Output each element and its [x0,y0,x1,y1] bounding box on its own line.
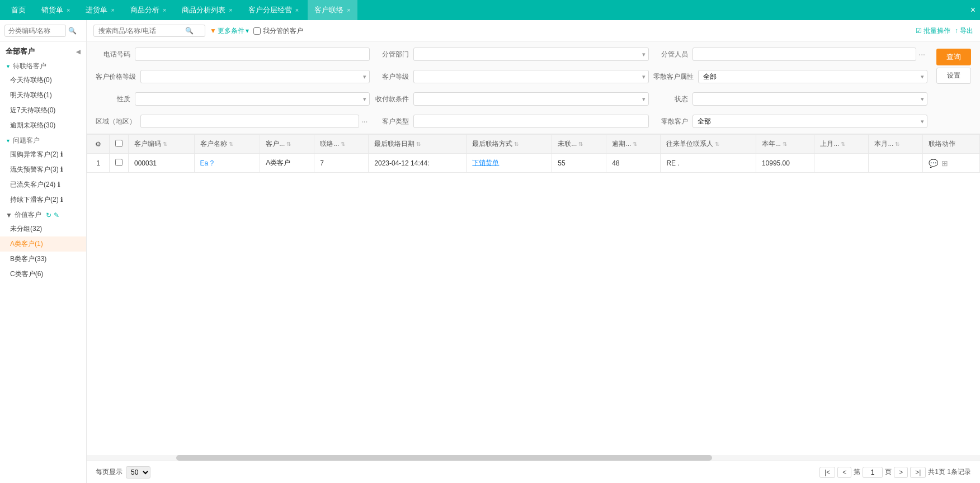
batch-op-btn[interactable]: ☑ 批量操作 [916,26,950,36]
next-page-btn[interactable]: > [894,467,908,478]
refresh-icon[interactable]: ↻ [46,211,51,219]
sidebar-all-customers-header[interactable]: 全部客户 ◀ [0,42,86,59]
dept-select[interactable] [413,48,648,61]
setting-btn[interactable]: 设置 [936,68,971,84]
qr-icon[interactable]: ⊞ [941,159,948,168]
sort-last-method[interactable]: ⇅ [514,141,519,147]
col-code[interactable]: 客户编码⇅ [129,135,195,154]
sidebar-item-overdue[interactable]: 逾期未联络(30) [0,118,86,133]
last-method-link[interactable]: 下销货单 [472,159,499,167]
sort-type[interactable]: ⇅ [286,141,291,147]
nav-purchase-close[interactable]: × [111,7,114,13]
col-this-year[interactable]: 本年...⇅ [756,135,814,154]
row-checkbox[interactable] [115,159,123,166]
sort-this-year[interactable]: ⇅ [783,141,787,147]
col-contact2[interactable]: 往来单位联系人⇅ [661,135,756,154]
last-page-btn[interactable]: >| [910,467,926,478]
nav-customer-tier-close[interactable]: × [295,7,299,13]
sort-last-month[interactable]: ⇅ [841,141,845,147]
page-input[interactable] [863,467,883,478]
col-last-method[interactable]: 最后联络方式⇅ [467,135,552,154]
col-setting[interactable]: ⚙ [87,135,110,154]
sidebar-item-unclassified[interactable]: 未分组(32) [0,221,86,236]
sidebar-collapse-icon[interactable]: ◀ [76,49,81,55]
sidebar-search-icon[interactable]: 🔍 [68,27,77,35]
col-name[interactable]: 客户名称⇅ [194,135,260,154]
sort-name[interactable]: ⇅ [229,141,233,147]
sidebar-item-7days[interactable]: 近7天待联络(0) [0,103,86,118]
customer-level-select[interactable] [413,70,648,83]
col-overdue[interactable]: 逾期...⇅ [606,135,661,154]
region-dots[interactable]: ··· [359,117,370,126]
retail-customer-select[interactable]: 全部 [692,115,927,128]
col-this-month[interactable]: 本月...⇅ [869,135,923,154]
edit-group-icon[interactable]: ✎ [54,211,59,219]
sort-code[interactable]: ⇅ [163,141,167,147]
retail-prop-wrap: 全部 [698,70,927,83]
manager-input[interactable] [692,48,917,61]
col-contact-num[interactable]: 联络...⇅ [314,135,369,154]
main-layout: 🔍 全部客户 ◀ ▼ 待联络客户 今天待联络(0) 明天待联络(1) 近7天待联… [0,20,980,483]
sidebar-item-b-class[interactable]: B类客户(33) [0,252,86,267]
price-level-select[interactable] [140,70,370,83]
sort-contact2[interactable]: ⇅ [715,141,719,147]
nav-home[interactable]: 首页 [4,0,32,20]
sidebar-item-today[interactable]: 今天待联络(0) [0,73,86,88]
col-last-month[interactable]: 上月...⇅ [814,135,869,154]
sidebar-group-problem[interactable]: ▼ 问题客户 [0,133,86,147]
my-customers-checkbox[interactable] [253,27,261,35]
nav-product-analysis-close[interactable]: × [163,7,166,13]
nature-select[interactable] [135,92,370,106]
more-conditions-btn[interactable]: ▼ 更多条件 ▾ [210,26,249,36]
prev-page-btn[interactable]: < [837,467,851,478]
sort-last-date[interactable]: ⇅ [416,141,421,147]
sidebar-group-pending[interactable]: ▼ 待联络客户 [0,59,86,73]
row-last-method[interactable]: 下销货单 [467,154,552,173]
page-size-select[interactable]: 50 [126,466,150,479]
select-all-checkbox[interactable] [115,140,123,147]
payment-select[interactable] [413,92,648,106]
close-all-tabs[interactable]: × [970,5,976,15]
nav-purchase[interactable]: 进货单 × [79,0,121,20]
export-btn[interactable]: ↑ 导出 [955,26,973,36]
sidebar-item-lost[interactable]: 已流失客户(24) ℹ [0,177,86,192]
nav-sales[interactable]: 销货单 × [35,0,77,20]
sidebar-item-c-class[interactable]: C类客户(6) [0,267,86,282]
nav-sales-close[interactable]: × [67,7,70,13]
filter-search-icon[interactable]: 🔍 [185,27,194,35]
chat-icon[interactable]: 💬 [929,159,938,168]
sidebar-item-warning[interactable]: 流失预警客户(3) ℹ [0,162,86,177]
nav-customer-contact-close[interactable]: × [347,7,350,13]
phone-input[interactable] [135,48,370,61]
sort-this-month[interactable]: ⇅ [895,141,899,147]
sidebar-item-declining[interactable]: 持续下滑客户(2) ℹ [0,192,86,207]
nav-product-analysis[interactable]: 商品分析 × [124,0,173,20]
my-customers-toggle[interactable]: 我分管的客户 [253,26,303,36]
search-input[interactable] [98,27,185,35]
sidebar-item-tomorrow[interactable]: 明天待联络(1) [0,88,86,103]
sidebar-item-abnormal[interactable]: 囤购异常客户(2) ℹ [0,147,86,162]
col-last-date[interactable]: 最后联络日期⇅ [369,135,467,154]
horizontal-scrollbar[interactable] [87,455,980,461]
manager-dots[interactable]: ··· [916,50,927,59]
retail-prop-select[interactable]: 全部 [698,70,927,83]
col-not-contact[interactable]: 未联...⇅ [552,135,606,154]
region-input[interactable] [140,115,359,128]
sort-overdue[interactable]: ⇅ [633,141,637,147]
col-type[interactable]: 客户...⇅ [260,135,314,154]
status-select[interactable] [692,92,927,106]
nav-customer-tier[interactable]: 客户分层经营 × [242,0,305,20]
sidebar-item-a-class[interactable]: A类客户(1) [0,236,86,252]
sort-contact[interactable]: ⇅ [341,141,345,147]
customer-type-input[interactable] [413,115,648,128]
first-page-btn[interactable]: |< [819,467,835,478]
nav-customer-contact[interactable]: 客户联络 × [308,0,357,20]
row-name[interactable]: Ea ? [194,154,260,173]
nav-product-list[interactable]: 商品分析列表 × [175,0,239,20]
row-overdue: 48 [606,154,661,173]
scrollbar-thumb[interactable] [176,455,712,461]
sort-not-contact[interactable]: ⇅ [578,141,583,147]
query-btn[interactable]: 查询 [936,49,971,65]
nav-product-list-close[interactable]: × [229,7,232,13]
sidebar-search-input[interactable] [4,25,66,37]
